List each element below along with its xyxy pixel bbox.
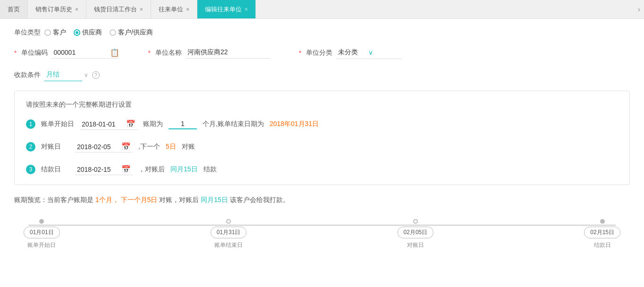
unit-code-label: 单位编码 [21, 49, 48, 57]
unit-code-input[interactable] [51, 47, 108, 58]
row-num-3: 3 [26, 165, 35, 174]
account-date-input[interactable] [77, 143, 119, 151]
period-unit-label: 个月,账单结束日期为 [203, 120, 264, 128]
timeline-label-0: 账单开始日 [27, 241, 56, 249]
account-date-input-group: 📅 [75, 141, 133, 152]
payment-condition-row: 收款条件 月结 ∨ ? [14, 68, 630, 81]
row-label-2: 对账日 [41, 143, 69, 151]
settle-date-prefix: ，对账后 [138, 165, 165, 174]
unit-code-required: * [14, 49, 17, 57]
preview-part5: 该客户会给我打款。 [230, 196, 289, 203]
unit-type-label: 单位类型 [14, 28, 41, 37]
tab-sales-history-label: 销售订单历史 [35, 5, 72, 14]
radio-both[interactable]: 客户/供应商 [110, 28, 153, 37]
tab-home-label: 首页 [8, 5, 20, 14]
unit-code-icon[interactable]: 📋 [110, 48, 119, 57]
unit-code-group: * 单位编码 📋 [14, 47, 119, 59]
tab-cash-work[interactable]: 钱货日清工作台 × [86, 0, 151, 18]
timeline-item-3: 02月15日 结款日 [584, 219, 620, 249]
row-label-1: 账单开始日 [41, 120, 74, 128]
unit-category-group: * 单位分类 未分类 ∨ [299, 46, 402, 59]
main-content: 单位类型 客户 供应商 客户/供应商 * 单位编码 [0, 19, 644, 287]
settings-card: 请按照未来的一个完整帐期进行设置 1 账单开始日 📅 账期为 个月,账单结束日期… [14, 91, 630, 185]
timeline-badge-1: 01月31日 [211, 227, 247, 238]
payment-condition-dropdown[interactable]: 月结 ∨ [44, 68, 88, 81]
settle-date-calendar-icon[interactable]: 📅 [121, 165, 131, 174]
unit-code-input-wrapper: 📋 [51, 47, 119, 59]
setting-row-2: 2 对账日 📅 ,下一个 5日 对账 [26, 141, 618, 152]
tab-edit-partner-close[interactable]: × [245, 6, 248, 13]
radio-group: 客户 供应商 客户/供应商 [44, 28, 153, 37]
unit-category-select[interactable]: 未分类 ∨ [336, 46, 402, 59]
start-date-calendar-icon[interactable]: 📅 [126, 119, 136, 128]
account-date-calendar-icon[interactable]: 📅 [121, 142, 131, 151]
preview-label: 账期预览：当前客户账期是 [14, 196, 93, 203]
tab-partner-units-close[interactable]: × [186, 6, 189, 13]
tab-cash-work-close[interactable]: × [140, 6, 143, 13]
unit-name-group: * 单位名称 [148, 47, 270, 59]
start-date-input[interactable] [82, 120, 124, 128]
preview-part2: 下一个月5日 [121, 196, 158, 203]
unit-name-required: * [148, 49, 150, 57]
unit-type-group: 单位类型 客户 供应商 客户/供应商 [14, 28, 153, 37]
radio-customer-label: 客户 [53, 28, 66, 37]
timeline-badge-3: 02月15日 [584, 227, 620, 238]
start-date-input-group: 📅 [80, 118, 137, 130]
radio-customer-circle [44, 29, 51, 36]
tab-sales-history[interactable]: 销售订单历史 × [28, 0, 86, 18]
tab-home[interactable]: 首页 [0, 0, 28, 18]
radio-supplier-circle [74, 29, 80, 36]
tab-cash-work-label: 钱货日清工作台 [94, 5, 137, 14]
radio-both-label: 客户/供应商 [118, 28, 153, 37]
radio-customer[interactable]: 客户 [44, 28, 66, 37]
timeline-item-2: 02月05日 对账日 [398, 219, 434, 249]
unit-type-row: 单位类型 客户 供应商 客户/供应商 [14, 28, 630, 37]
unit-name-label: 单位名称 [155, 49, 182, 57]
help-icon[interactable]: ? [92, 71, 100, 79]
account-date-suffix: 对账 [182, 143, 195, 151]
row-num-1: 1 [26, 119, 35, 129]
timeline-label-3: 结款日 [594, 241, 611, 249]
timeline-label-1: 账单结束日 [214, 241, 243, 249]
unit-category-label: 单位分类 [306, 49, 332, 57]
tab-partner-units[interactable]: 往来单位 × [151, 0, 197, 18]
unit-category-value: 未分类 [338, 48, 366, 57]
payment-condition-value: 月结 [44, 68, 82, 81]
timeline-dot-3 [600, 219, 605, 224]
period-value-input[interactable] [169, 119, 197, 129]
settle-date-input[interactable] [77, 166, 119, 173]
payment-condition-arrow-icon: ∨ [84, 72, 88, 78]
settle-date-highlight-day: 同月15日 [170, 165, 198, 174]
unit-name-input[interactable] [186, 47, 271, 59]
radio-supplier[interactable]: 供应商 [74, 28, 102, 37]
unit-info-row: * 单位编码 📋 * 单位名称 * 单位分类 未分类 ∨ [14, 46, 630, 59]
unit-category-arrow-icon: ∨ [368, 49, 373, 56]
tab-edit-partner-label: 编辑往来单位 [205, 5, 242, 14]
timeline-badge-2: 02月05日 [398, 227, 434, 238]
period-prefix-label: 账期为 [143, 120, 163, 128]
unit-category-required: * [299, 49, 301, 57]
radio-supplier-label: 供应商 [82, 28, 102, 37]
preview-part3: 对账，对账后 [159, 196, 199, 203]
card-instruction: 请按照未来的一个完整帐期进行设置 [26, 101, 618, 109]
timeline-badge-0: 01月01日 [24, 227, 60, 238]
setting-row-3: 3 结款日 📅 ，对账后 同月15日 结款 [26, 164, 618, 175]
payment-condition-group: 收款条件 月结 ∨ ? [14, 68, 100, 81]
timeline-item-0: 01月01日 账单开始日 [24, 219, 60, 249]
tab-expand-button[interactable]: › [634, 0, 644, 18]
preview-section: 账期预览：当前客户账期是 1个月， 下一个月5日 对账，对账后 同月15日 该客… [14, 194, 630, 268]
period-end-date: 2018年01月31日 [270, 120, 319, 128]
tab-sales-history-close[interactable]: × [75, 6, 78, 13]
timeline-items: 01月01日 账单开始日 01月31日 账单结束日 02月05日 对账日 02月… [24, 219, 620, 249]
payment-condition-label: 收款条件 [14, 71, 41, 79]
timeline-item-1: 01月31日 账单结束日 [211, 219, 247, 249]
timeline-dot-2 [413, 219, 418, 224]
tab-bar: 首页 销售订单历史 × 钱货日清工作台 × 往来单位 × 编辑往来单位 × › [0, 0, 644, 19]
preview-part4: 同月15日 [201, 196, 228, 203]
tab-edit-partner[interactable]: 编辑往来单位 × [197, 0, 256, 18]
timeline-dot-0 [39, 219, 44, 224]
tab-partner-units-label: 往来单位 [159, 5, 183, 14]
row-label-3: 结款日 [41, 165, 69, 174]
settle-date-suffix: 结款 [203, 165, 217, 174]
timeline-label-2: 对账日 [407, 241, 424, 249]
